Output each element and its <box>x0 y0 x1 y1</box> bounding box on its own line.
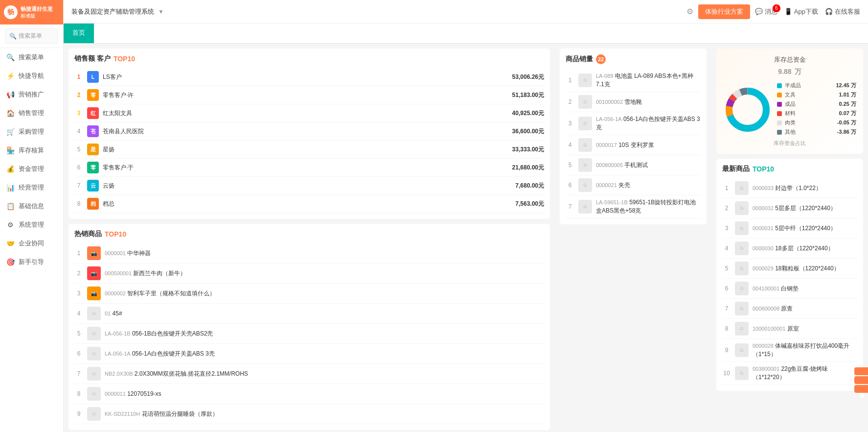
rank-number: 7 <box>74 182 83 189</box>
rank-value: 36,600.00元 <box>512 127 544 136</box>
messages-item[interactable]: 💬 消息 6 <box>755 7 777 16</box>
product-thumb: G <box>578 200 592 214</box>
sidebar-item-enterprise[interactable]: 🤝企业协同 <box>0 234 63 253</box>
customer-rank-item: 3 红 红太阳文具 40,925.00元 <box>74 104 544 122</box>
sidebar-item-purchase[interactable]: 🛒采购管理 <box>0 122 63 141</box>
sidebar-item-system[interactable]: ⚙系统管理 <box>0 216 63 234</box>
newest-products-card: 最新商品 TOP10 1 G 0000033 封边带（1.0*22） 2 G 0… <box>716 159 863 391</box>
legend-label: 文具 <box>785 91 796 98</box>
nav-label-marketing: 营销推广 <box>19 90 44 99</box>
nav-icon-finance: 💰 <box>6 165 15 173</box>
rank-avatar: 零 <box>87 162 99 173</box>
sidebar-item-guide[interactable]: 🎯新手引导 <box>0 253 63 271</box>
product-info: 004100001 白钢垫 <box>753 285 857 293</box>
product-info: 0000011 12070519-xs <box>105 390 544 397</box>
nav-label-finance: 资金管理 <box>19 165 44 173</box>
newest-product-item: 5 G 0000029 18颗粒板（1220*2440） <box>722 259 857 279</box>
product-info: 000500001 新西兰牛肉（新牛） <box>105 269 544 278</box>
settings-button[interactable]: ⚙ <box>686 7 693 16</box>
search-icon: 🔍 <box>9 33 17 40</box>
sidebar-item-finance[interactable]: 💰资金管理 <box>0 160 63 178</box>
product-info: 01 45# <box>105 310 544 317</box>
product-rank: 3 <box>74 290 83 297</box>
sidebar-search[interactable]: 🔍 搜索菜单 <box>0 24 63 48</box>
product-info: 000800008 原查 <box>753 305 857 313</box>
inventory-card: 库存总资金 9.88 万 <box>716 48 863 154</box>
sidebar-item-inventory[interactable]: 🏪库存核算 <box>0 141 63 160</box>
nav-icon-inventory: 🏪 <box>6 146 15 155</box>
rank-number: 2 <box>74 92 83 98</box>
top-header: 装备及固定资产辅助管理系统 ▼ ⚙ 体验行业方案 💬 消息 6 📱 App下载 … <box>64 0 868 24</box>
nav-label-purchase: 采购管理 <box>19 127 44 136</box>
search-menu-button[interactable]: 🔍 搜索菜单 <box>5 28 58 44</box>
sidebar-item-operations[interactable]: 📊经营管理 <box>0 178 63 197</box>
product-rank: 8 <box>74 390 83 397</box>
rank-number: 3 <box>74 110 83 117</box>
hot-products-bottom-title-text: 热销商品 <box>74 230 102 239</box>
legend-value: -3.86 万 <box>837 128 856 136</box>
newest-suffix: TOP10 <box>753 165 774 173</box>
product-info: 0000031 5层中纤（1220*2440） <box>753 224 857 233</box>
tab-home[interactable]: 首页 <box>64 24 94 43</box>
legend-value: -0.05 万 <box>837 119 856 126</box>
rank-name: 零售客户·于 <box>103 164 508 172</box>
app-download-item[interactable]: 📱 App下载 <box>784 7 818 16</box>
legend-value: 1.01 万 <box>839 91 856 98</box>
product-thumb: G <box>735 366 749 380</box>
product-thumb: G <box>578 138 592 152</box>
customer-rank-item: 4 苍 苍南县人民医院 36,600.00元 <box>74 122 544 141</box>
product-info: LA-056-1B 056-1B白色按键开关壳ABS2壳 <box>105 330 544 338</box>
legend-dot <box>777 130 782 135</box>
rank-name: 零售客户·许 <box>103 91 508 99</box>
hot-products-bottom-list: 1 📷 0000001 中华神器 2 📷 000500001 新西兰牛肉（新牛）… <box>74 243 544 424</box>
product-thumb: 📷 <box>87 287 101 300</box>
sidebar-item-marketing[interactable]: 📢营销推广 <box>0 85 63 104</box>
inventory-value-num: 9.88 <box>778 68 791 75</box>
sidebar-item-basics[interactable]: 📋基础信息 <box>0 197 63 216</box>
hot-products-bottom-card: 热销商品 TOP10 1 📷 0000001 中华神器 2 📷 00050000… <box>69 224 550 430</box>
rank-name: 星扬 <box>103 145 508 154</box>
newest-title-text: 最新商品 <box>722 165 750 173</box>
float-service-community[interactable]: 服务社区 <box>854 376 868 384</box>
online-service-item[interactable]: 🎧 在线客服 <box>825 7 860 16</box>
sidebar-item-sales[interactable]: 🏠销售管理 <box>0 104 63 122</box>
rank-value: 21,680.00元 <box>512 164 544 172</box>
rank-name: 苍南县人民医院 <box>103 127 508 136</box>
donut-wrapper: 半成品 12.45 万 文具 1.01 万 成品 0.25 万 材料 0.07 … <box>723 82 856 138</box>
customer-rank-item: 1 L LS客户 53,006.26元 <box>74 68 544 86</box>
float-service-desk[interactable]: 桌面 <box>854 385 868 393</box>
product-info: 0000030 18多层（1220*2440） <box>753 244 857 253</box>
float-service-hotline[interactable]: 客服热线 <box>854 367 868 375</box>
mid-product-item: 2 G 001000002 雪地靴 <box>566 92 701 112</box>
trial-button[interactable]: 体验行业方案 <box>698 4 750 19</box>
sidebar-item-quick-nav[interactable]: ⚡快捷导航 <box>0 67 63 85</box>
mid-product-item: 7 G LA-59651-1B 59651-1B旋转投影灯电池盒ABS黑色+58… <box>566 195 701 218</box>
rank-number: 4 <box>74 128 83 135</box>
rank-avatar: 红 <box>87 107 99 119</box>
legend-dot <box>777 120 782 125</box>
product-thumb: G <box>578 117 592 130</box>
newest-product-item: 7 G 000800008 原查 <box>722 299 857 319</box>
legend-dot <box>777 93 782 97</box>
nav-label-sales: 销售管理 <box>19 109 44 118</box>
product-rank: 3 <box>722 225 731 232</box>
inventory-unit: 万 <box>795 68 801 75</box>
system-dropdown-btn[interactable]: ▼ <box>158 8 164 15</box>
rank-value: 33,333.00元 <box>512 145 544 154</box>
legend-list: 半成品 12.45 万 文具 1.01 万 成品 0.25 万 材料 0.07 … <box>777 82 856 138</box>
product-thumb: G <box>578 73 592 87</box>
product-rank: 2 <box>74 270 83 277</box>
product-thumb: G <box>87 367 101 381</box>
nav-label-system: 系统管理 <box>19 220 44 229</box>
nav-icon-purchase: 🛒 <box>6 127 15 136</box>
mid-product-item: 1 G LA-089 电池盖 LA-089 ABS本色+黑种 7.1克 <box>566 69 701 92</box>
rank-number: 1 <box>74 73 83 80</box>
nav-label-search: 搜索菜单 <box>19 53 44 62</box>
legend-value: 0.25 万 <box>839 100 856 108</box>
sidebar-item-search[interactable]: 🔍搜索菜单 <box>0 48 63 67</box>
mid-products-title: 商品销量 22 <box>566 54 701 64</box>
legend-label: 材料 <box>785 110 796 117</box>
product-info: 0000017 10S 变利罗浆 <box>596 141 701 149</box>
mid-products-card: 商品销量 22 1 G LA-089 电池盖 LA-089 ABS本色+黑种 7… <box>560 48 707 224</box>
donut-chart <box>723 85 772 134</box>
